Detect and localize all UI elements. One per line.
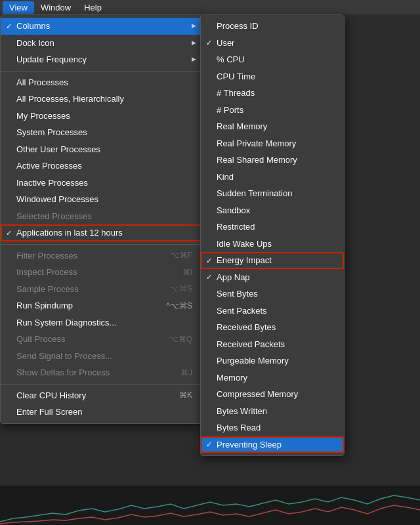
menu-item-send-signal: Send Signal to Process...: [1, 348, 203, 365]
menu-item-selected-processes: Selected Processes: [1, 208, 203, 225]
menu-item-show-deltas: Show Deltas for Process ⌘J: [1, 364, 203, 381]
view-menu-left: ✓ Columns Dock Icon Update Frequency All…: [0, 14, 203, 424]
menu-item-my-processes[interactable]: My Processes: [1, 108, 203, 125]
col-received-packets[interactable]: Received Packets: [201, 336, 344, 353]
menu-item-sample-process: Sample Process ⌥⌘S: [1, 281, 203, 298]
menu-item-enter-fullscreen[interactable]: Enter Full Screen: [1, 404, 203, 421]
col-sandbox[interactable]: Sandbox: [201, 202, 344, 219]
checkmark-columns: ✓: [6, 21, 12, 32]
menu-bar-view[interactable]: View: [3, 1, 34, 14]
menu-item-dock-icon[interactable]: Dock Icon: [1, 35, 203, 52]
col-sudden-term[interactable]: Sudden Termination: [201, 185, 344, 202]
separator-2: [1, 244, 203, 245]
menu-item-clear-cpu[interactable]: Clear CPU History ⌘K: [1, 387, 203, 404]
col-bytes-read[interactable]: Bytes Read: [201, 419, 344, 436]
separator-3: [1, 384, 203, 385]
col-memory[interactable]: Memory: [201, 369, 344, 387]
columns-submenu: Process ID ✓ User % CPU CPU Time # Threa…: [200, 14, 345, 456]
col-threads[interactable]: # Threads: [201, 85, 344, 102]
menu-bar-window[interactable]: Window: [34, 1, 77, 14]
menu-item-inactive-processes[interactable]: Inactive Processes: [1, 175, 203, 192]
checkmark-apps-12hours: ✓: [6, 228, 12, 239]
menu-item-columns[interactable]: ✓ Columns: [1, 18, 203, 35]
col-purgeable-memory[interactable]: Purgeable Memory: [201, 352, 344, 369]
menu-item-inspect-process: Inspect Process ⌘I: [1, 264, 203, 281]
menu-item-apps-12hours[interactable]: ✓ Applications in last 12 hours: [1, 224, 203, 242]
col-sent-packets[interactable]: Sent Packets: [201, 303, 344, 320]
menu-bar: View Window Help: [0, 0, 420, 14]
col-cpu-time[interactable]: CPU Time: [201, 68, 344, 85]
col-energy-impact[interactable]: ✓ Energy Impact: [201, 252, 344, 269]
separator-1: [1, 71, 203, 72]
col-app-nap[interactable]: ✓ App Nap: [201, 269, 344, 286]
dropdown-container: ✓ Columns Dock Icon Update Frequency All…: [0, 14, 203, 424]
menu-item-system-processes[interactable]: System Processes: [1, 124, 203, 141]
svg-rect-0: [0, 486, 420, 525]
checkmark-preventing-sleep: ✓: [206, 439, 212, 450]
col-received-bytes[interactable]: Received Bytes: [201, 319, 344, 336]
menu-item-all-processes[interactable]: All Processes: [1, 74, 203, 91]
col-user[interactable]: ✓ User: [201, 35, 344, 52]
col-real-shared[interactable]: Real Shared Memory: [201, 152, 344, 169]
menu-item-active-processes[interactable]: Active Processes: [1, 158, 203, 175]
cpu-history-chart: [0, 486, 420, 525]
checkmark-energy-impact: ✓: [206, 255, 212, 266]
menu-item-quit-process: Quit Process ⌥⌘Q: [1, 331, 203, 348]
col-process-id[interactable]: Process ID: [201, 18, 344, 35]
menu-item-filter-processes: Filter Processes ⌥⌘F: [1, 247, 203, 264]
checkmark-user: ✓: [206, 37, 212, 49]
col-real-private[interactable]: Real Private Memory: [201, 135, 344, 152]
menu-item-run-diagnostics[interactable]: Run System Diagnostics...: [1, 314, 203, 331]
col-cpu-pct[interactable]: % CPU: [201, 51, 344, 68]
col-kind[interactable]: Kind: [201, 169, 344, 186]
col-preventing-sleep[interactable]: ✓ Preventing Sleep: [201, 436, 344, 453]
col-bytes-written[interactable]: Bytes Written: [201, 403, 344, 420]
col-idle-wake[interactable]: Idle Wake Ups: [201, 236, 344, 253]
menu-item-run-spindump[interactable]: Run Spindump ^⌥⌘S: [1, 297, 203, 314]
col-restricted[interactable]: Restricted: [201, 219, 344, 236]
col-compressed-memory[interactable]: Compressed Memory: [201, 386, 344, 403]
menu-bar-help[interactable]: Help: [77, 1, 108, 14]
menu-item-update-freq[interactable]: Update Frequency: [1, 51, 203, 68]
menu-item-windowed-processes[interactable]: Windowed Processes: [1, 191, 203, 208]
col-sent-bytes[interactable]: Sent Bytes: [201, 285, 344, 303]
col-ports[interactable]: # Ports: [201, 102, 344, 119]
menu-item-all-hierarchically[interactable]: All Processes, Hierarchically: [1, 91, 203, 108]
checkmark-app-nap: ✓: [206, 272, 212, 283]
col-real-memory[interactable]: Real Memory: [201, 118, 344, 135]
menu-item-other-user[interactable]: Other User Processes: [1, 141, 203, 158]
